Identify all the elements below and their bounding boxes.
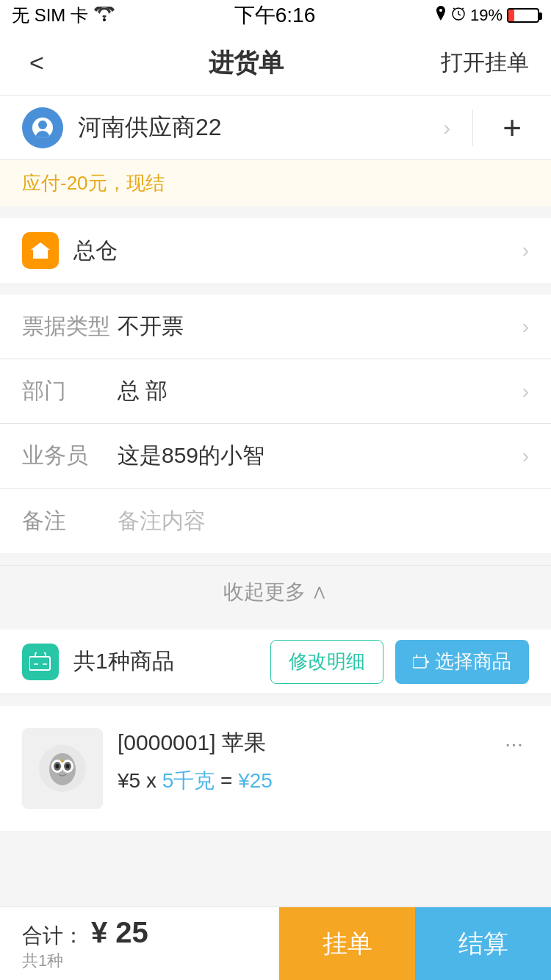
page-title: 进货单 — [209, 46, 284, 80]
status-left: 无 SIM 卡 — [12, 4, 115, 27]
salesperson-chevron-icon: › — [522, 444, 529, 468]
salesperson-row[interactable]: 业务员 这是859的小智 › — [0, 424, 551, 489]
collapse-bar[interactable]: 收起更多 ∧ — [0, 565, 551, 618]
equals-symbol: = — [220, 769, 238, 792]
vertical-divider — [472, 109, 473, 146]
product-total: ¥25 — [238, 769, 273, 792]
wifi-icon — [94, 5, 115, 26]
invoice-value: 不开票 — [118, 311, 522, 342]
svg-point-13 — [66, 764, 70, 768]
multiply-symbol: x — [146, 769, 162, 792]
form-section: 票据类型 不开票 › 部门 总 部 › 业务员 这是859的小智 › 备注 备注… — [0, 295, 551, 553]
products-section: 共1种商品 修改明细 选择商品 — [0, 630, 551, 694]
total-section: 合计： ¥ 25 共1种 — [0, 907, 279, 980]
warehouse-chevron-icon: › — [522, 239, 529, 262]
location-icon — [435, 6, 447, 25]
owl-logo-icon — [37, 743, 88, 794]
products-icon — [22, 644, 59, 680]
supplier-row[interactable]: 河南供应商22 › + — [0, 96, 551, 160]
notice-text: 应付-20元，现结 — [22, 172, 165, 194]
avatar-person-icon — [32, 118, 53, 138]
add-supplier-button[interactable]: + — [495, 109, 529, 146]
unit-price: ¥5 — [118, 769, 140, 792]
invoice-row[interactable]: 票据类型 不开票 › — [0, 295, 551, 359]
open-hang-button[interactable]: 打开挂单 — [441, 48, 529, 78]
svg-point-0 — [103, 18, 106, 21]
back-button[interactable]: < — [22, 41, 51, 84]
svg-rect-2 — [29, 657, 50, 670]
salesperson-value: 这是859的小智 — [118, 441, 522, 471]
dept-label: 部门 — [22, 376, 118, 406]
note-label: 备注 — [22, 506, 118, 536]
alarm-icon — [451, 6, 466, 25]
total-amount: ¥ 25 — [91, 916, 148, 949]
products-count: 共1种商品 — [73, 646, 270, 677]
invoice-chevron-icon: › — [522, 315, 529, 339]
dept-value: 总 部 — [118, 376, 522, 406]
product-price: ¥5 x 5千克 = ¥25 — [118, 767, 484, 795]
status-time: 下午6:16 — [234, 1, 316, 29]
product-card: [0000001] 苹果 ¥5 x 5千克 = ¥25 ··· — [0, 706, 551, 831]
svg-rect-3 — [413, 657, 426, 668]
note-row[interactable]: 备注 备注内容 — [0, 489, 551, 553]
battery-icon — [507, 8, 539, 23]
edit-detail-button[interactable]: 修改明细 — [270, 640, 383, 684]
warehouse-row[interactable]: 总仓 › — [0, 218, 551, 283]
total-label: 合计： ¥ 25 — [22, 916, 257, 950]
select-product-button[interactable]: 选择商品 — [395, 640, 529, 684]
supplier-avatar — [22, 107, 63, 148]
total-count: 共1种 — [22, 950, 257, 972]
product-title: 苹果 — [222, 730, 266, 754]
warehouse-name: 总仓 — [73, 236, 522, 266]
nav-bar: < 进货单 打开挂单 — [0, 31, 551, 96]
house-shape-icon — [31, 242, 50, 259]
salesperson-label: 业务员 — [22, 441, 118, 471]
warehouse-section: 总仓 › — [0, 218, 551, 283]
products-header: 共1种商品 修改明细 选择商品 — [0, 630, 551, 694]
status-bar: 无 SIM 卡 下午6:16 19% — [0, 0, 551, 31]
dept-chevron-icon: › — [522, 380, 529, 403]
dept-row[interactable]: 部门 总 部 › — [0, 359, 551, 424]
supplier-name: 河南供应商22 — [78, 112, 443, 144]
svg-point-12 — [56, 764, 60, 768]
hang-button[interactable]: 挂单 — [279, 907, 415, 980]
battery-text: 19% — [470, 6, 503, 25]
product-thumbnail — [22, 728, 103, 809]
checkout-button[interactable]: 结算 — [415, 907, 551, 980]
product-info: [0000001] 苹果 ¥5 x 5千克 = ¥25 — [118, 728, 484, 795]
status-right: 19% — [435, 6, 539, 25]
product-code: [0000001] — [118, 730, 215, 754]
carrier-text: 无 SIM 卡 — [12, 4, 88, 27]
collapse-label: 收起更多 ∧ — [223, 578, 328, 606]
bottom-bar: 合计： ¥ 25 共1种 挂单 结算 — [0, 907, 551, 980]
product-qty: 5千克 — [162, 769, 215, 792]
notice-bar: 应付-20元，现结 — [0, 160, 551, 206]
note-input[interactable]: 备注内容 — [118, 506, 529, 536]
supplier-chevron-icon: › — [443, 115, 450, 140]
invoice-label: 票据类型 — [22, 311, 118, 342]
total-text: 合计： — [22, 922, 84, 950]
product-name: [0000001] 苹果 — [118, 728, 484, 758]
warehouse-icon — [22, 232, 59, 269]
product-more-button[interactable]: ··· — [499, 728, 529, 759]
supplier-section: 河南供应商22 › + 应付-20元，现结 — [0, 96, 551, 206]
